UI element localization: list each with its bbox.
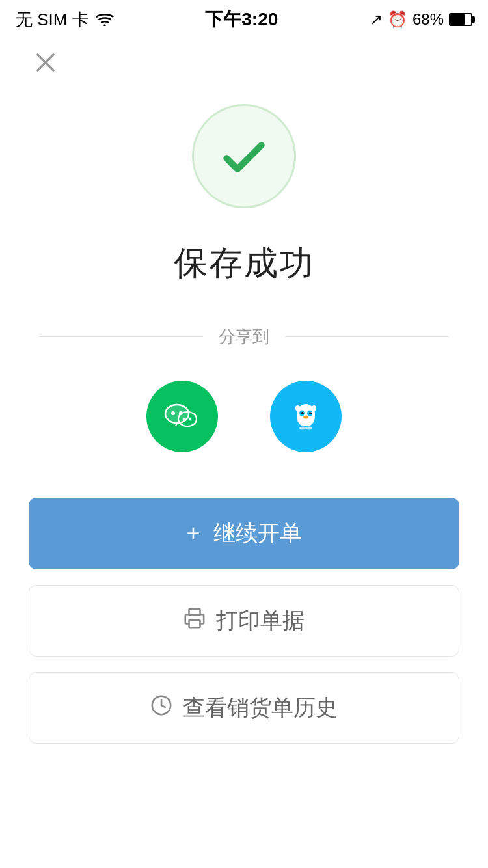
battery-icon (449, 13, 472, 26)
divider-line-right (285, 336, 449, 337)
svg-point-20 (306, 427, 312, 430)
status-bar: 无 SIM 卡 下午3:20 ↗ ⏰ 68% (0, 0, 488, 39)
status-left: 无 SIM 卡 (16, 8, 114, 31)
wechat-share-button[interactable] (146, 381, 218, 452)
battery-percent: 68% (413, 10, 444, 29)
svg-point-0 (103, 24, 105, 26)
history-button[interactable]: 查看销货单历史 (29, 672, 459, 744)
alarm-icon: ⏰ (388, 10, 407, 29)
qq-share-button[interactable] (270, 381, 342, 452)
action-buttons: + 继续开单 打印单据 查看销货单历史 (0, 498, 488, 744)
svg-point-8 (183, 418, 186, 421)
print-label: 打印单据 (216, 606, 305, 636)
print-icon (183, 607, 206, 634)
success-icon-circle (192, 104, 296, 208)
svg-point-18 (303, 416, 308, 419)
svg-point-9 (189, 418, 192, 421)
success-title: 保存成功 (174, 241, 314, 286)
print-button[interactable]: 打印单据 (29, 585, 459, 657)
history-icon (150, 694, 172, 722)
divider-line-left (39, 336, 203, 337)
continue-order-button[interactable]: + 继续开单 (29, 498, 459, 569)
wifi-icon (96, 13, 114, 26)
main-content: 保存成功 分享到 (0, 39, 488, 744)
share-icons (146, 381, 342, 452)
wechat-icon (161, 396, 203, 437)
svg-rect-24 (189, 620, 200, 627)
status-right: ↗ ⏰ 68% (370, 10, 472, 29)
location-icon: ↗ (370, 10, 383, 29)
no-sim-text: 无 SIM 卡 (16, 8, 89, 31)
qq-icon (285, 396, 327, 437)
history-label: 查看销货单历史 (183, 693, 338, 723)
status-time: 下午3:20 (205, 7, 278, 32)
plus-icon: + (186, 520, 200, 547)
svg-point-5 (171, 411, 175, 415)
continue-order-label: 继续开单 (213, 519, 302, 549)
share-divider: 分享到 (0, 325, 488, 348)
svg-point-19 (299, 427, 306, 430)
checkmark-icon (218, 130, 270, 182)
svg-point-16 (303, 412, 304, 413)
svg-point-17 (310, 412, 312, 413)
share-label: 分享到 (203, 325, 285, 348)
close-button[interactable] (29, 46, 62, 79)
